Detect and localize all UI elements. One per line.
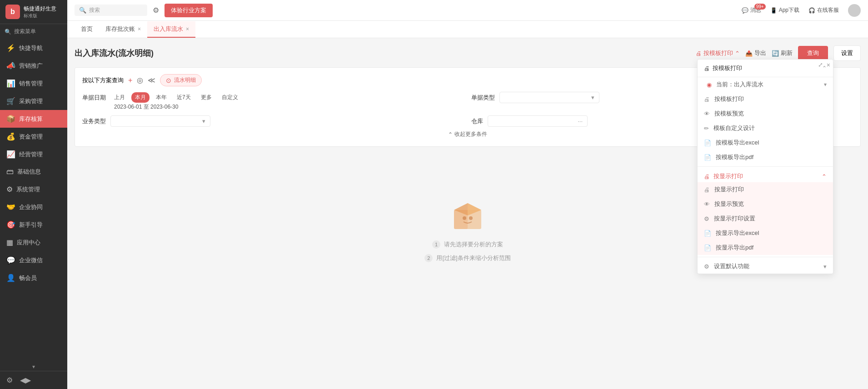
topbar-gear-icon[interactable]: ⚙ (153, 6, 159, 15)
refresh-icon: 🔄 (772, 50, 779, 57)
display-settings-label: 按显示打印设置 (714, 214, 755, 223)
date-option-current-month[interactable]: 本月 (131, 92, 150, 103)
display-pdf-icon: 📄 (704, 244, 711, 251)
print-chevron-up-icon: ⌃ (735, 50, 740, 57)
tab-flow[interactable]: 出入库流水 × (147, 21, 195, 38)
sidebar-item-collaboration[interactable]: 🤝 企业协同 (0, 198, 67, 216)
sidebar-item-member[interactable]: 👤 畅会员 (0, 269, 67, 287)
display-preview-item[interactable]: 👁 按显示预览 (698, 197, 833, 211)
sidebar-item-inventory[interactable]: 📦 库存核算 (0, 110, 67, 128)
settings-icon[interactable]: ⚙ (6, 376, 13, 384)
empty-box-svg (447, 192, 488, 233)
sidebar-item-basic-info[interactable]: 🗃 基础信息 (0, 163, 67, 180)
sidebar-item-label: 营销推广 (19, 62, 43, 70)
sidebar-item-label: 基础信息 (17, 168, 41, 176)
sidebar-item-wechat[interactable]: 💬 企业微信 (0, 251, 67, 269)
topbar-message[interactable]: 💬 消息 99+ (742, 6, 761, 14)
sidebar-item-finance[interactable]: 💰 资金管理 (0, 128, 67, 145)
sidebar-scroll-down[interactable]: ▾ (0, 363, 67, 371)
date-selector: 上月 本月 本年 近7天 更多 自定义 (110, 92, 242, 103)
set-default-item[interactable]: ⚙ 设置默认功能 ▾ (698, 259, 833, 274)
page-title: 出入库流水(流水明细) (75, 48, 154, 59)
sidebar-item-shortcuts[interactable]: ⚡ 快捷导航 (0, 39, 67, 57)
dropdown-template-title-text: 按模板打印 (713, 64, 742, 72)
message-badge: 99+ (754, 4, 766, 10)
display-excel-icon: 📄 (704, 230, 711, 237)
industry-btn[interactable]: 体验行业方案 (165, 4, 213, 17)
filter-tag-label: 流水明细 (174, 76, 196, 84)
template-print-item[interactable]: 🖨 按模板打印 (698, 92, 833, 106)
date-option-7days[interactable]: 近7天 (173, 92, 195, 103)
refresh-label: 刷新 (781, 49, 793, 57)
empty-step-1: 1 请先选择要分析的方案 (432, 240, 503, 249)
display-print-item[interactable]: 🖨 按显示打印 (698, 182, 833, 197)
step-2-number: 2 (424, 254, 433, 262)
refresh-button[interactable]: 🔄 刷新 (772, 49, 793, 57)
sidebar-item-beginner[interactable]: 🎯 新手引导 (0, 216, 67, 234)
sidebar-item-system[interactable]: ⚙ 系统管理 (0, 180, 67, 198)
sidebar-item-purchase[interactable]: 🛒 采购管理 (0, 92, 67, 110)
query-button[interactable]: 查询 (798, 46, 828, 60)
template-preview-item[interactable]: 👁 按模板预览 (698, 106, 833, 121)
display-settings-item[interactable]: ⚙ 按显示打印设置 (698, 211, 833, 226)
settings-button[interactable]: 设置 (833, 45, 861, 61)
sidebar-item-operations[interactable]: 📈 经营管理 (0, 145, 67, 163)
print-button[interactable]: 🖨 按模板打印 ⌃ (696, 49, 740, 57)
dropdown-template-title: 🖨 按模板打印 (704, 64, 742, 72)
filter-doctype-select[interactable]: ▾ (499, 92, 599, 103)
dropdown-display-header[interactable]: 🖨 按显示打印 ⌃ (698, 169, 833, 182)
filter-business-select[interactable]: ▾ (110, 115, 210, 127)
sidebar-footer: ⚙ ◀▶ (0, 371, 67, 389)
tab-flow-label: 出入库流水 (154, 25, 183, 33)
tab-batch-close-icon[interactable]: × (138, 26, 141, 32)
template-pdf-item[interactable]: 📄 按模板导出pdf (698, 150, 833, 165)
topbar: 🔍 搜索 ⚙ 体验行业方案 💬 消息 99+ 📱 App下载 🎧 在线客服 (67, 0, 868, 21)
tab-flow-close-icon[interactable]: × (186, 26, 189, 32)
filter-warehouse-select[interactable]: ··· (488, 115, 588, 127)
topbar-online-service[interactable]: 🎧 在线客服 (808, 6, 839, 14)
topbar-search[interactable]: 🔍 搜索 (75, 5, 147, 16)
filter-setting-icon[interactable]: ◎ (137, 76, 143, 85)
online-service-label: 在线客服 (817, 6, 839, 14)
tab-batch-account[interactable]: 库存批次账 × (99, 21, 147, 38)
date-option-current-year[interactable]: 本年 (152, 92, 170, 103)
display-excel-item[interactable]: 📄 按显示导出excel (698, 226, 833, 240)
warehouse-more-icon: ··· (578, 118, 583, 125)
date-range-text: 2023-06-01 至 2023-06-30 (114, 104, 178, 110)
filter-add-icon[interactable]: + (128, 76, 132, 85)
system-icon: ⚙ (6, 185, 13, 194)
sidebar-search[interactable]: 🔍 搜索菜单 (0, 24, 67, 39)
sidebar-item-app-center[interactable]: ▦ 应用中心 (0, 234, 67, 251)
app-download-icon: 📱 (770, 7, 777, 14)
filter-doctype-label: 单据类型 (471, 94, 495, 102)
export-label: 导出 (754, 49, 766, 57)
user-avatar[interactable] (848, 4, 861, 17)
sidebar: b 畅捷通好生意 标准版 🔍 搜索菜单 ⚡ 快捷导航 📣 营销推广 📊 销售管理… (0, 0, 67, 389)
template-excel-item[interactable]: 📄 按模板导出excel (698, 135, 833, 150)
tabs-bar: 首页 库存批次账 × 出入库流水 × (67, 21, 868, 38)
current-template-item[interactable]: ◉ 当前：出入库流水 ▾ (698, 77, 833, 92)
date-option-custom[interactable]: 自定义 (218, 92, 242, 103)
export-button[interactable]: 📤 导出 (745, 49, 766, 57)
sidebar-item-marketing[interactable]: 📣 营销推广 (0, 57, 67, 75)
filter-tag[interactable]: ⊙ 流水明细 (160, 74, 202, 86)
template-design-icon: ✏ (704, 125, 709, 132)
panel-expand-icon[interactable]: ⤢ (818, 61, 823, 69)
date-option-last-month[interactable]: 上月 (110, 92, 129, 103)
sidebar-item-sales[interactable]: 📊 销售管理 (0, 75, 67, 92)
current-template-arrow: ▾ (824, 81, 827, 88)
tab-home[interactable]: 首页 (75, 21, 99, 38)
step-1-text: 请先选择要分析的方案 (444, 240, 503, 249)
app-name-block: 畅捷通好生意 标准版 (24, 5, 56, 19)
template-print-label: 按模板打印 (714, 95, 744, 103)
filter-collapse-icon[interactable]: ≪ (148, 76, 155, 85)
panel-close-icon[interactable]: × (827, 61, 830, 69)
current-template-label: 当前：出入库流水 (716, 80, 763, 89)
collapse-sidebar-icon[interactable]: ◀▶ (20, 376, 31, 384)
date-option-more[interactable]: 更多 (197, 92, 215, 103)
display-pdf-item[interactable]: 📄 按显示导出pdf (698, 240, 833, 255)
content-area: 出入库流水(流水明细) 🖨 按模板打印 ⌃ 📤 导出 🔄 刷新 (67, 38, 868, 389)
template-design-item[interactable]: ✏ 模板自定义设计 (698, 121, 833, 135)
dropdown-divider (698, 166, 833, 167)
topbar-app-download[interactable]: 📱 App下载 (770, 6, 799, 14)
